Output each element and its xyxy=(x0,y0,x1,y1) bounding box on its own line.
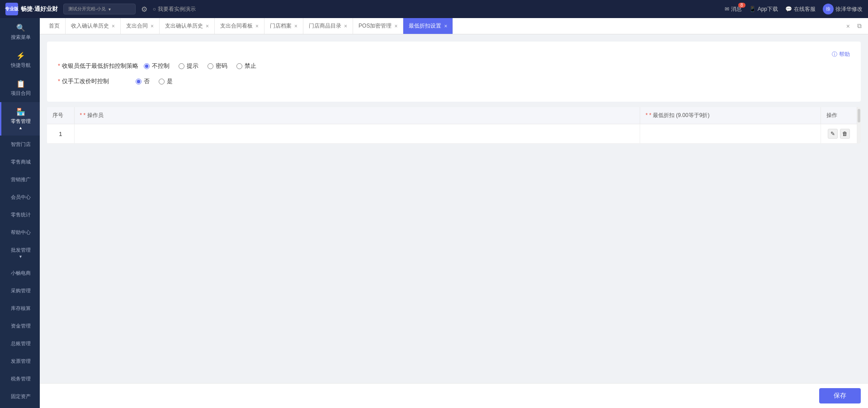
tab-close-store-file[interactable]: × xyxy=(294,23,297,29)
project-selector[interactable]: 测试分开完程-小兑 ▾ xyxy=(63,4,136,14)
radio-no-control-input[interactable] xyxy=(144,63,150,69)
demo-link[interactable]: ○ 我要看实例演示 xyxy=(153,5,196,13)
radio-manual-no-label: 否 xyxy=(144,77,150,85)
edit-icon[interactable]: ✎ xyxy=(828,129,838,139)
tab-income-history[interactable]: 收入确认单历史 × xyxy=(66,18,121,34)
sidebar-item-fixed-assets[interactable]: 固定资产 xyxy=(0,388,40,405)
radio-password-input[interactable] xyxy=(208,63,213,69)
close-tab-btn[interactable]: × xyxy=(844,21,853,32)
tab-close-payment-contract[interactable]: × xyxy=(151,23,154,29)
sidebar-label-ecommerce: 小畅电商 xyxy=(11,270,31,277)
messages-btn[interactable]: ✉ 消息 8 xyxy=(725,5,742,13)
radio-password-label: 密码 xyxy=(216,62,227,70)
sidebar-item-accounting[interactable]: 总账管理 xyxy=(0,335,40,352)
sidebar: 🔍 搜索菜单 ⚡ 快捷导航 📋 项目合同 🏪 零售管理 ▲ 智营门店 零售商城 … xyxy=(0,18,40,408)
tab-payment-history-label: 支出确认单历史 xyxy=(165,22,203,30)
tab-close-min-discount[interactable]: × xyxy=(444,23,447,29)
tab-payment-history[interactable]: 支出确认单历史 × xyxy=(160,18,215,34)
tab-home[interactable]: 首页 xyxy=(43,18,66,34)
sidebar-label-fixed-assets: 固定资产 xyxy=(11,393,31,400)
radio-remind[interactable]: 提示 xyxy=(179,62,198,70)
tab-store-catalog[interactable]: 门店商品目录 × xyxy=(303,18,353,34)
tab-income-history-label: 收入确认单历史 xyxy=(71,22,109,30)
shortcuts-icon: ⚡ xyxy=(16,52,25,60)
tab-bar-actions: × ⧉ xyxy=(844,20,864,32)
radio-manual-yes-input[interactable] xyxy=(159,79,165,84)
tab-close-store-catalog[interactable]: × xyxy=(344,23,347,29)
radio-remind-input[interactable] xyxy=(179,63,184,69)
sidebar-item-retail-mgmt[interactable]: 🏪 零售管理 ▲ xyxy=(0,102,40,136)
radio-manual-no[interactable]: 否 xyxy=(136,77,150,85)
message-icon: ✉ xyxy=(725,6,729,12)
table-header-row: 序号 * 操作员 * 最低折扣 (9.00等于9折) 操作 xyxy=(47,107,857,124)
settings-icon[interactable]: ⚙ xyxy=(141,5,147,14)
chevron-down-icon: ▼ xyxy=(19,254,23,259)
th-operator-label: * 操作员 xyxy=(84,112,104,118)
app-download-btn[interactable]: 📱 App下载 xyxy=(749,5,778,13)
content-area: 首页 收入确认单历史 × 支出合同 × 支出确认单历史 × 支出合同看板 × 门… xyxy=(40,18,868,408)
user-menu[interactable]: 徐 徐泽华修改 xyxy=(823,4,863,14)
sidebar-item-finance[interactable]: 资金管理 xyxy=(0,317,40,335)
sidebar-item-inventory[interactable]: 库存核算 xyxy=(0,300,40,317)
tab-more-btn[interactable]: ⧉ xyxy=(854,20,864,32)
tab-close-payment-history[interactable]: × xyxy=(206,23,209,29)
tab-min-discount-label: 最低折扣设置 xyxy=(409,22,441,30)
radio-password[interactable]: 密码 xyxy=(208,62,227,70)
sidebar-item-batch-mgmt[interactable]: 批发管理 ▼ xyxy=(0,241,40,264)
project-name: 测试分开完程-小兑 xyxy=(68,6,106,12)
cell-min-discount[interactable] xyxy=(640,124,821,144)
tab-close-payment-board[interactable]: × xyxy=(255,23,259,29)
sidebar-item-tax[interactable]: 税务管理 xyxy=(0,370,40,388)
cell-operator[interactable] xyxy=(74,124,640,144)
sidebar-item-retail-stats[interactable]: 零售统计 xyxy=(0,206,40,224)
tab-payment-board[interactable]: 支出合同看板 × xyxy=(215,18,264,34)
sidebar-item-project-contract[interactable]: 📋 项目合同 xyxy=(0,74,40,102)
radio-manual-no-input[interactable] xyxy=(136,79,142,84)
radio-forbid[interactable]: 禁止 xyxy=(236,62,256,70)
sidebar-label-batch: 批发管理 xyxy=(11,247,31,253)
tab-min-discount[interactable]: 最低折扣设置 × xyxy=(403,18,453,34)
radio-remind-label: 提示 xyxy=(187,62,198,70)
sidebar-label-marketing: 营销推广 xyxy=(11,176,31,183)
sidebar-item-invoice[interactable]: 发票管理 xyxy=(0,352,40,370)
sidebar-label-member: 会员中心 xyxy=(11,194,31,201)
tab-payment-board-label: 支出合同看板 xyxy=(220,22,253,30)
sidebar-item-help-center[interactable]: 帮助中心 xyxy=(0,224,40,241)
tab-payment-contract[interactable]: 支出合同 × xyxy=(121,18,160,34)
tab-store-file[interactable]: 门店档案 × xyxy=(264,18,303,34)
table-scrollbar-thumb xyxy=(858,109,860,122)
tab-bar: 首页 收入确认单历史 × 支出合同 × 支出确认单历史 × 支出合同看板 × 门… xyxy=(40,18,868,34)
th-operator: * 操作员 xyxy=(74,107,640,124)
tab-close-income-history[interactable]: × xyxy=(112,23,115,29)
radio-no-control[interactable]: 不控制 xyxy=(144,62,170,70)
sidebar-item-smart-store[interactable]: 智营门店 xyxy=(0,136,40,153)
sidebar-item-shortcuts[interactable]: ⚡ 快捷导航 xyxy=(0,46,40,74)
delete-icon[interactable]: 🗑 xyxy=(840,129,850,139)
cell-actions: ✎ 🗑 xyxy=(821,124,857,144)
sidebar-item-procurement[interactable]: 采购管理 xyxy=(0,282,40,300)
radio-manual-yes[interactable]: 是 xyxy=(159,77,173,85)
demo-text: 我要看实例演示 xyxy=(158,5,196,13)
sidebar-item-ecommerce[interactable]: 小畅电商 xyxy=(0,264,40,282)
radio-forbid-input[interactable] xyxy=(236,63,242,69)
tab-pos-password[interactable]: POS加密管理 × xyxy=(353,18,403,34)
cashier-policy-radio-group: 不控制 提示 密码 禁止 xyxy=(144,62,256,70)
service-icon: 💬 xyxy=(785,6,792,12)
messages-badge: 8 xyxy=(738,3,745,8)
table-wrapper: 序号 * 操作员 * 最低折扣 (9.00等于9折) 操作 xyxy=(47,107,861,144)
discount-table-section: 序号 * 操作员 * 最低折扣 (9.00等于9折) 操作 xyxy=(47,107,861,144)
sidebar-label-shortcuts: 快捷导航 xyxy=(11,62,31,69)
online-service-btn[interactable]: 💬 在线客服 xyxy=(785,5,816,13)
sidebar-item-retail-mall[interactable]: 零售商城 xyxy=(0,153,40,171)
cashier-policy-label: 收银员低于最低折扣控制策略 xyxy=(58,62,138,70)
main-layout: 🔍 搜索菜单 ⚡ 快捷导航 📋 项目合同 🏪 零售管理 ▲ 智营门店 零售商城 … xyxy=(0,18,868,408)
help-link[interactable]: ⓘ 帮助 xyxy=(832,51,850,58)
save-button[interactable]: 保存 xyxy=(819,388,861,403)
sidebar-item-payroll[interactable]: 工资 xyxy=(0,405,40,408)
sidebar-item-marketing[interactable]: 营销推广 xyxy=(0,171,40,188)
sidebar-item-search[interactable]: 🔍 搜索菜单 xyxy=(0,18,40,46)
settings-form-card: ⓘ 帮助 收银员低于最低折扣控制策略 不控制 提示 xyxy=(47,42,861,102)
sidebar-label-tax: 税务管理 xyxy=(11,375,31,382)
sidebar-item-member-center[interactable]: 会员中心 xyxy=(0,188,40,206)
tab-close-pos-password[interactable]: × xyxy=(394,23,397,29)
